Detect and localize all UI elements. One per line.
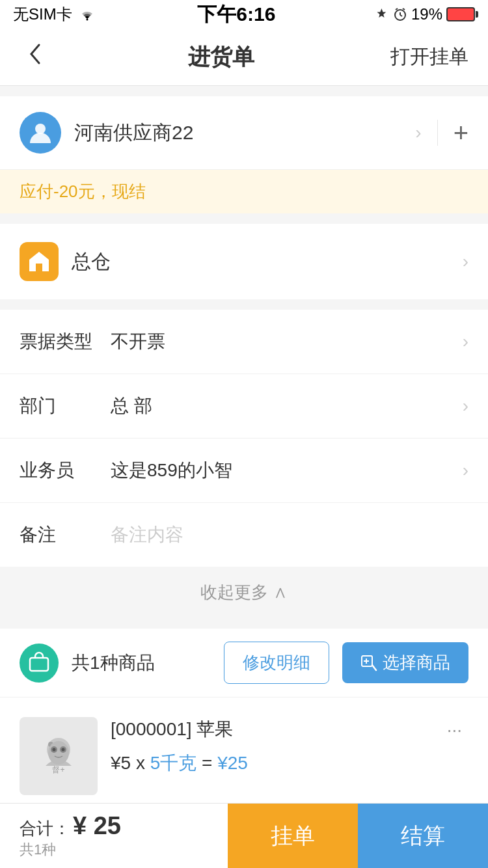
product-item: 督+ [0000001] 苹果 ¥5 x 5千克 = ¥25 ··· [0, 698, 488, 815]
svg-point-15 [48, 741, 69, 765]
alarm-icon [393, 7, 407, 21]
svg-point-19 [62, 748, 65, 752]
edit-detail-button[interactable]: 修改明细 [224, 642, 329, 684]
house-icon [27, 249, 51, 274]
svg-marker-1 [377, 8, 386, 18]
open-pending-button[interactable]: 打开挂单 [390, 44, 468, 70]
svg-point-7 [35, 124, 46, 134]
invoice-arrow-icon: › [463, 331, 468, 352]
select-product-button[interactable]: 选择商品 [342, 642, 468, 683]
location-icon [376, 8, 389, 20]
invoice-value: 不开票 [98, 329, 463, 354]
unit-price: ¥5 x [111, 753, 150, 773]
svg-text:督+: 督+ [52, 765, 64, 774]
invoice-row[interactable]: 票据类型 不开票 › [0, 310, 488, 374]
checkout-button[interactable]: 结算 [358, 804, 488, 868]
dept-label: 部门 [20, 394, 98, 418]
remark-input[interactable]: 备注内容 [98, 522, 468, 547]
wifi-icon [77, 7, 97, 21]
product-count: 共1种商品 [72, 651, 211, 675]
total-label: 合计： [20, 817, 70, 840]
remark-row[interactable]: 备注 备注内容 [0, 503, 488, 567]
supplier-arrow-icon: › [415, 122, 421, 143]
status-bar: 无SIM卡 下午6:16 19% [0, 0, 488, 29]
status-time: 下午6:16 [197, 1, 275, 28]
svg-line-12 [372, 665, 376, 670]
page-title: 进货单 [188, 42, 254, 72]
more-button[interactable]: ··· [441, 717, 468, 743]
battery-icon [446, 7, 475, 21]
supplier-name: 河南供应商22 [74, 120, 415, 146]
warehouse-icon [20, 242, 59, 281]
invoice-label: 票据类型 [20, 329, 98, 354]
qty: 5千克 [150, 753, 197, 773]
total-area: 合计： ¥ 25 共1种 [0, 804, 228, 868]
warehouse-name: 总仓 [72, 249, 463, 275]
warehouse-arrow-icon: › [463, 251, 468, 272]
supplier-section: 河南供应商22 › + 应付-20元，现结 [0, 96, 488, 213]
salesman-label: 业务员 [20, 458, 98, 483]
svg-point-18 [53, 748, 56, 752]
product-thumb-icon: 督+ [33, 730, 85, 782]
add-supplier-button[interactable]: + [454, 118, 468, 148]
battery-percent: 19% [411, 5, 442, 23]
divider [437, 120, 438, 146]
product-info: [0000001] 苹果 ¥5 x 5千克 = ¥25 [111, 717, 427, 776]
status-battery: 19% [376, 5, 475, 23]
dept-value: 总 部 [98, 394, 463, 418]
select-product-label: 选择商品 [383, 651, 450, 674]
dept-arrow-icon: › [463, 396, 468, 416]
product-header: 共1种商品 修改明细 选择商品 [0, 629, 488, 698]
collapse-bar[interactable]: 收起更多 ∧ [0, 567, 488, 618]
dept-row[interactable]: 部门 总 部 › [0, 374, 488, 439]
status-carrier: 无SIM卡 [13, 4, 97, 25]
person-icon [27, 120, 53, 146]
back-button[interactable] [20, 33, 52, 81]
warehouse-section[interactable]: 总仓 › [0, 224, 488, 299]
salesman-row[interactable]: 业务员 这是859的小智 › [0, 439, 488, 503]
product-section: 共1种商品 修改明细 选择商品 [0, 629, 488, 815]
nav-bar: 进货单 打开挂单 [0, 29, 488, 86]
select-icon [360, 655, 377, 671]
supplier-notice: 应付-20元，现结 [0, 170, 488, 213]
total-price: ¥25 [217, 753, 248, 773]
bottom-bar: 合计： ¥ 25 共1种 挂单 结算 [0, 803, 488, 868]
product-name: [0000001] 苹果 [111, 717, 427, 742]
form-section: 票据类型 不开票 › 部门 总 部 › 业务员 这是859的小智 › 备注 备注… [0, 310, 488, 567]
salesman-value: 这是859的小智 [98, 458, 463, 483]
supplier-avatar [20, 112, 61, 154]
total-amount: ¥ 25 [73, 812, 121, 840]
equals: = [197, 753, 217, 773]
svg-line-6 [403, 8, 405, 10]
svg-line-5 [396, 8, 398, 10]
product-price: ¥5 x 5千克 = ¥25 [111, 751, 427, 776]
svg-point-0 [86, 19, 88, 21]
svg-line-4 [400, 15, 402, 16]
cart-icon [27, 651, 51, 675]
total-count: 共1种 [20, 840, 208, 860]
product-section-icon [20, 644, 59, 683]
product-code: [0000001] [111, 719, 197, 739]
hang-order-button[interactable]: 挂单 [228, 804, 358, 868]
remark-label: 备注 [20, 522, 98, 547]
product-title: 苹果 [197, 719, 233, 739]
svg-rect-8 [30, 658, 48, 671]
salesman-arrow-icon: › [463, 460, 468, 481]
supplier-row[interactable]: 河南供应商22 › + [0, 96, 488, 170]
product-thumbnail: 督+ [20, 717, 98, 795]
